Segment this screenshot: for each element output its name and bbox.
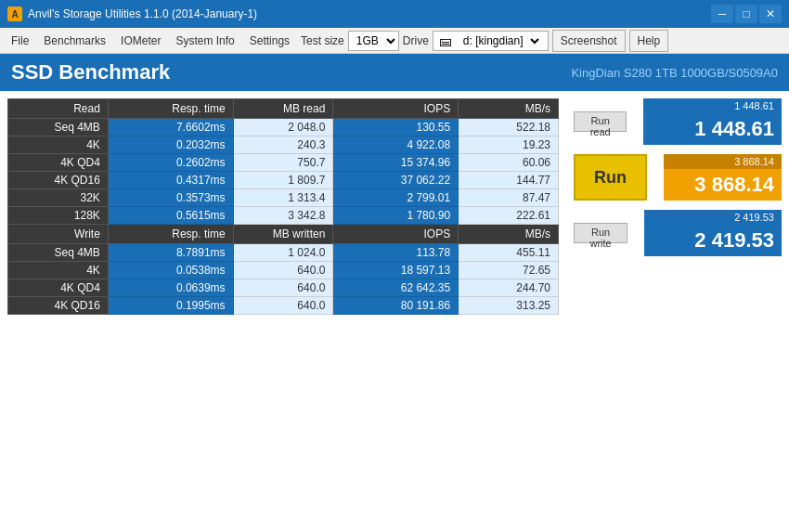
col-resp-time-read: Resp. time — [108, 99, 233, 119]
table-row: 32K0.3573ms1 313.42 799.0187.47 — [8, 189, 559, 207]
drive-select[interactable]: d: [kingdian] — [456, 32, 542, 50]
col-write: Write — [8, 225, 109, 244]
right-panel: Run read 1 448.61 1 448.61 Run 3 868.14 … — [566, 91, 789, 532]
total-score-box: 3 868.14 3 868.14 — [664, 154, 782, 201]
read-score-box: 1 448.61 1 448.61 — [643, 98, 782, 145]
write-score-label: 2 419.53 — [644, 210, 782, 225]
table-row: 4K0.0538ms640.018 597.1372.65 — [8, 262, 559, 279]
read-score-row: Run read 1 448.61 1 448.61 — [574, 98, 782, 145]
close-button[interactable]: ✕ — [759, 5, 782, 23]
col-iops-read: IOPS — [333, 99, 459, 119]
drive-label: Drive — [403, 34, 429, 47]
run-read-button[interactable]: Run read — [574, 111, 627, 132]
testsize-group: Test size 1GB — [301, 31, 399, 51]
menu-benchmarks[interactable]: Benchmarks — [36, 31, 113, 51]
window-title: Anvil's Storage Utilities 1.1.0 (2014-Ja… — [28, 7, 257, 20]
menu-sysinfo[interactable]: System Info — [168, 31, 241, 51]
menu-iometer[interactable]: IOMeter — [113, 31, 168, 51]
help-button[interactable]: Help — [629, 30, 669, 52]
window-controls: ─ □ ✕ — [711, 5, 782, 23]
menu-file[interactable]: File — [4, 31, 36, 51]
col-iops-write: IOPS — [333, 225, 459, 244]
app-icon: A — [7, 6, 22, 21]
table-row: 128K0.5615ms3 342.81 780.90222.61 — [8, 207, 559, 225]
device-name: KingDian S280 1TB 1000GB/S0509A0 — [571, 66, 778, 80]
run-write-button[interactable]: Run write — [574, 223, 627, 243]
total-score-label: 3 868.14 — [664, 154, 782, 169]
col-mb-read: MB read — [233, 99, 333, 119]
main-content: Read Resp. time MB read IOPS MB/s Seq 4M… — [0, 91, 789, 532]
table-area: Read Resp. time MB read IOPS MB/s Seq 4M… — [0, 91, 566, 532]
col-resp-time-write: Resp. time — [108, 225, 233, 244]
write-score-row: Run write 2 419.53 2 419.53 — [574, 210, 782, 256]
table-row: 4K QD40.2602ms750.715 374.9660.06 — [8, 154, 559, 172]
menu-bar: File Benchmarks IOMeter System Info Sett… — [0, 28, 789, 54]
table-row: 4K0.2032ms240.34 922.0819.23 — [8, 136, 559, 154]
col-mbs-write: MB/s — [459, 225, 559, 244]
col-mb-write: MB written — [233, 225, 333, 244]
write-score-box: 2 419.53 2 419.53 — [644, 210, 782, 256]
benchmark-table: Read Resp. time MB read IOPS MB/s Seq 4M… — [7, 98, 559, 315]
read-score-value: 1 448.61 — [643, 113, 782, 145]
table-row: 4K QD40.0639ms640.062 642.35244.70 — [8, 279, 559, 297]
read-score-label: 1 448.61 — [643, 98, 782, 113]
title-bar: A Anvil's Storage Utilities 1.1.0 (2014-… — [0, 0, 789, 28]
testsize-select[interactable]: 1GB — [348, 31, 399, 51]
col-read: Read — [8, 99, 109, 119]
run-button[interactable]: Run — [574, 154, 647, 201]
total-score-row: Run 3 868.14 3 868.14 — [574, 154, 782, 201]
testsize-label: Test size — [301, 34, 344, 47]
total-score-value: 3 868.14 — [664, 169, 782, 201]
menu-settings[interactable]: Settings — [242, 31, 297, 51]
drive-group: Drive 🖴 d: [kingdian] — [403, 31, 549, 51]
drive-box: 🖴 d: [kingdian] — [433, 31, 549, 51]
minimize-button[interactable]: ─ — [711, 5, 733, 23]
table-row: Seq 4MB8.7891ms1 024.0113.78455.11 — [8, 244, 559, 262]
drive-icon: 🖴 — [439, 33, 452, 48]
maximize-button[interactable]: □ — [735, 5, 757, 23]
table-row: Seq 4MB7.6602ms2 048.0130.55522.18 — [8, 119, 559, 136]
table-row: 4K QD160.1995ms640.080 191.86313.25 — [8, 297, 559, 315]
app-title: SSD Benchmark — [11, 60, 170, 84]
screenshot-button[interactable]: Screenshot — [552, 30, 626, 52]
col-mbs-read: MB/s — [459, 99, 559, 119]
table-row: 4K QD160.4317ms1 809.737 062.22144.77 — [8, 172, 559, 189]
app-header: SSD Benchmark KingDian S280 1TB 1000GB/S… — [0, 54, 789, 91]
write-score-value: 2 419.53 — [644, 225, 782, 256]
screenshot-group: Screenshot Help — [552, 30, 668, 52]
